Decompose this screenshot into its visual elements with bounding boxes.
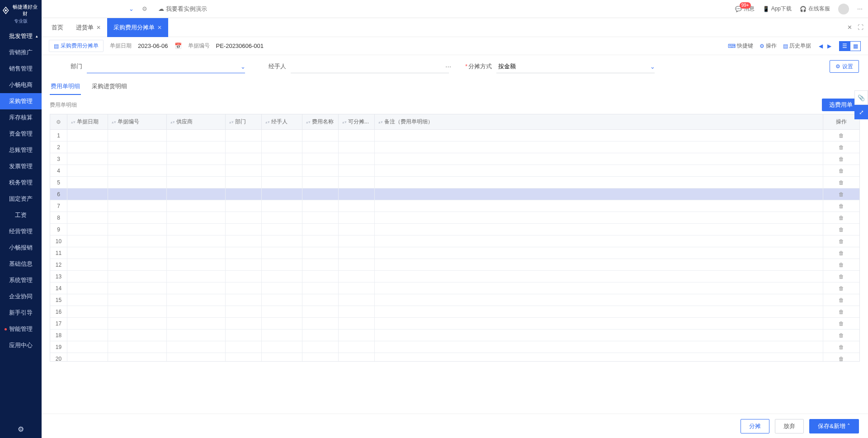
next-doc-icon[interactable]: ▶ [826,43,833,49]
table-row[interactable]: 4🗑 [50,165,859,177]
close-icon[interactable]: ✕ [96,24,101,31]
sidebar-item[interactable]: 基础信息 [0,256,42,272]
table-row[interactable]: 3🗑 [50,153,859,165]
sidebar-item[interactable]: 智能管理 [0,321,42,337]
service-link[interactable]: 🎧 在线客服 [800,5,830,13]
sidebar-item[interactable]: 营销推广 [0,44,42,61]
th-number[interactable]: ▴▾单据编号 [108,114,167,129]
delete-icon[interactable]: 🗑 [839,320,844,327]
sidebar-item[interactable]: 新手引导 [0,305,42,321]
delete-icon[interactable]: 🗑 [839,238,844,245]
delete-icon[interactable]: 🗑 [839,132,844,139]
table-row[interactable]: 10🗑 [50,235,859,247]
sidebar-item[interactable]: 应用中心 [0,337,42,353]
sidebar-item[interactable]: 系统管理 [0,272,42,288]
detail-tab[interactable]: 采购进货明细 [91,80,128,95]
delete-icon[interactable]: 🗑 [839,179,844,186]
table-row[interactable]: 17🗑 [50,318,859,330]
delete-icon[interactable]: 🗑 [839,203,844,209]
tab-fullscreen-icon[interactable]: ⛶ [858,24,863,31]
handler-picker-icon[interactable]: ⋯ [445,63,451,70]
sidebar-item[interactable]: 税务管理 [0,174,42,191]
delete-icon[interactable]: 🗑 [839,344,844,350]
table-row[interactable]: 1🗑 [50,130,859,141]
th-remark[interactable]: ▴▾备注（费用单明细） [375,114,823,129]
table-row[interactable]: 20🗑 [50,353,859,361]
page-tab[interactable]: 首页 [45,18,70,37]
method-input[interactable] [496,60,655,73]
th-gear[interactable]: ⚙ [50,114,67,129]
tab-close-all-icon[interactable]: ✕ [847,24,852,31]
th-supplier[interactable]: ▴▾供应商 [167,114,226,129]
table-row[interactable]: 19🗑 [50,341,859,353]
delete-icon[interactable]: 🗑 [839,309,844,315]
sidebar-item[interactable]: 库存核算 [0,109,42,126]
delete-icon[interactable]: 🗑 [839,144,844,151]
doc-title-chip[interactable]: ▤ 采购费用分摊单 [49,40,104,52]
sidebar-settings-icon[interactable]: ⚙ [18,425,24,433]
delete-icon[interactable]: 🗑 [839,262,844,268]
sidebar-item[interactable]: 工资 [0,207,42,223]
settings-button[interactable]: ⚙ 设置 [830,60,859,73]
view-list-button[interactable]: ☰ [839,41,850,51]
th-dept[interactable]: ▴▾部门 [226,114,262,129]
sidebar-item[interactable]: 小畅报销 [0,240,42,256]
page-tab[interactable]: 采购费用分摊单✕ [107,18,168,37]
sidebar-item[interactable]: 资金管理 [0,126,42,142]
sidebar-section[interactable]: 批发管理 ▴ [0,28,42,44]
calendar-icon[interactable]: 📅 [175,42,182,49]
delete-icon[interactable]: 🗑 [839,332,844,339]
table-row[interactable]: 13🗑 [50,271,859,283]
table-row[interactable]: 8🗑 [50,212,859,224]
sidebar-item[interactable]: 固定资产 [0,191,42,207]
page-tab[interactable]: 进货单✕ [70,18,107,37]
sidebar-item[interactable]: 企业协同 [0,288,42,305]
table-row[interactable]: 16🗑 [50,306,859,318]
table-row[interactable]: 5🗑 [50,177,859,188]
table-row[interactable]: 15🗑 [50,294,859,306]
delete-icon[interactable]: 🗑 [839,215,844,221]
table-row[interactable]: 18🗑 [50,330,859,341]
allocate-button[interactable]: 分摊 [741,419,769,433]
close-icon[interactable]: ✕ [157,24,162,31]
table-row[interactable]: 9🗑 [50,224,859,235]
sidebar-item[interactable]: 经营管理 [0,223,42,240]
th-feename[interactable]: ▴▾费用名称 [302,114,339,129]
avatar[interactable] [838,4,849,14]
delete-icon[interactable]: 🗑 [839,356,844,362]
th-allocatable[interactable]: ▴▾可分摊... [339,114,375,129]
delete-icon[interactable]: 🗑 [839,191,844,198]
th-date[interactable]: ▴▾单据日期 [67,114,108,129]
operate-link[interactable]: ⚙操作 [760,42,777,50]
prev-doc-icon[interactable]: ◀ [817,43,824,49]
shortcut-link[interactable]: ⌨快捷键 [728,42,753,50]
sidebar-item[interactable]: 采购管理 [0,93,42,109]
delete-icon[interactable]: 🗑 [839,168,844,174]
table-row[interactable]: 7🗑 [50,200,859,212]
handler-input[interactable] [291,60,449,73]
table-row[interactable]: 14🗑 [50,283,859,294]
th-handler[interactable]: ▴▾经手人 [262,114,302,129]
view-grid-button[interactable]: ▦ [850,41,861,51]
table-row[interactable]: 6🗑 [50,188,859,200]
sidebar-item[interactable]: 发票管理 [0,158,42,174]
detail-tab[interactable]: 费用单明细 [50,80,81,95]
app-download-link[interactable]: 📱 App下载 [763,5,792,13]
dept-input[interactable] [87,60,245,73]
table-row[interactable]: 11🗑 [50,247,859,259]
delete-icon[interactable]: 🗑 [839,285,844,292]
org-selector[interactable]: ⌄ [47,3,137,15]
expand-tool[interactable]: ⤢ [854,105,868,119]
delete-icon[interactable]: 🗑 [839,156,844,162]
table-row[interactable]: 12🗑 [50,259,859,271]
table-row[interactable]: 2🗑 [50,141,859,153]
attachment-tool[interactable]: 📎 [854,90,868,105]
history-link[interactable]: ▤历史单据 [783,42,811,50]
sidebar-item[interactable]: 销售管理 [0,61,42,77]
topbar-gear-icon[interactable]: ⚙ [142,5,147,12]
delete-icon[interactable]: 🗑 [839,226,844,233]
discard-button[interactable]: 放弃 [775,419,804,433]
delete-icon[interactable]: 🗑 [839,297,844,303]
save-new-button[interactable]: 保存&新增 ˄ [809,419,859,433]
user-more[interactable]: ⋯ [857,6,863,12]
